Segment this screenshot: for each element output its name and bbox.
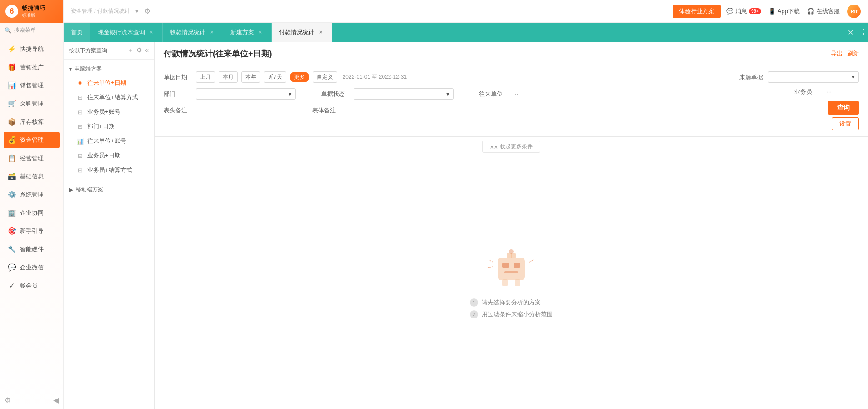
nav-item-quick-nav[interactable]: ⚡ 快捷导航 bbox=[0, 40, 63, 58]
header-note-input[interactable] bbox=[196, 105, 287, 116]
app-download-action[interactable]: 📱 App下载 bbox=[768, 7, 800, 15]
nav-item-operation[interactable]: 📋 经营管理 bbox=[0, 149, 63, 167]
collapse-button[interactable]: ∧∧ 收起更多条件 bbox=[482, 141, 540, 153]
logo-title: 畅捷通巧 bbox=[22, 4, 45, 12]
add-scheme-icon[interactable]: ＋ bbox=[127, 46, 134, 55]
user-avatar[interactable]: Rit bbox=[847, 5, 861, 18]
dept-dropdown-icon: ▾ bbox=[289, 91, 292, 97]
tab-new-scheme[interactable]: 新建方案 × bbox=[223, 23, 272, 42]
filter-date-content: 上月 本月 本年 近7天 更多 自定义 2022-01-01 至 2022-12… bbox=[196, 71, 730, 83]
scheme-settings-icon[interactable]: ⚙ bbox=[136, 46, 142, 55]
query-btns: 查询 设置 bbox=[828, 101, 859, 130]
tab-pay-stats-close-icon[interactable]: × bbox=[317, 29, 324, 36]
collapse-label: 收起更多条件 bbox=[500, 143, 533, 151]
enterprise-icon: 🏢 bbox=[7, 208, 16, 217]
mobile-scheme-title[interactable]: ▶ 移动端方案 bbox=[64, 183, 154, 196]
settings-icon[interactable]: ⚙ bbox=[5, 396, 11, 404]
dropdown-arrow-icon[interactable]: ▾ bbox=[135, 8, 139, 15]
page-title-row: 付款情况统计(往来单位+日期) 导出 刷新 bbox=[164, 48, 859, 59]
svg-rect-3 bbox=[504, 271, 518, 273]
doc-status-dropdown-icon: ▾ bbox=[446, 91, 449, 97]
online-service-action[interactable]: 🎧 在线客服 bbox=[807, 7, 840, 15]
tab-home[interactable]: 首页 bbox=[64, 23, 90, 42]
scheme-item-staff-settle[interactable]: ⊞ 业务员+结算方式 bbox=[64, 163, 154, 177]
maximize-icon[interactable]: ⛶ bbox=[857, 28, 864, 36]
scheme-chart-icon: 📊 bbox=[76, 137, 84, 145]
source-select[interactable]: ▾ bbox=[768, 71, 859, 83]
message-action[interactable]: 💬 消息 99+ bbox=[726, 7, 761, 15]
refresh-button[interactable]: 刷新 bbox=[847, 50, 859, 58]
desktop-scheme-title[interactable]: ▾ 电脑端方案 bbox=[64, 62, 154, 76]
date-btn-7days[interactable]: 近7天 bbox=[264, 71, 286, 83]
scheme-item-staff-date[interactable]: ⊞ 业务员+日期 bbox=[64, 148, 154, 163]
date-btn-this-month[interactable]: 本月 bbox=[219, 71, 238, 83]
tab-bank-flow[interactable]: 现金银行流水查询 × bbox=[90, 23, 163, 42]
nav-item-hardware[interactable]: 🔧 智能硬件 bbox=[0, 240, 63, 258]
query-button[interactable]: 查询 bbox=[828, 101, 859, 115]
collapse-sidebar-icon[interactable]: ◀ bbox=[53, 396, 59, 404]
page-actions: 导出 刷新 bbox=[831, 50, 859, 58]
nav-item-basic-info[interactable]: 🗃️ 基础信息 bbox=[0, 167, 63, 186]
nav-item-inventory[interactable]: 📦 库存核算 bbox=[0, 113, 63, 131]
trial-button[interactable]: 体验行业方案 bbox=[673, 5, 721, 18]
nav-item-purchase[interactable]: 🛒 采购管理 bbox=[0, 95, 63, 113]
step-1-text: 请先选择要分析的方案 bbox=[482, 298, 541, 307]
source-dropdown-icon: ▾ bbox=[852, 74, 855, 81]
date-btn-more[interactable]: 更多 bbox=[290, 72, 309, 82]
page-title: 付款情况统计(往来单位+日期) bbox=[164, 48, 272, 59]
mobile-scheme-section: ▶ 移动端方案 bbox=[64, 180, 154, 199]
staff-more-icon[interactable]: ··· bbox=[827, 86, 859, 97]
svg-rect-2 bbox=[514, 263, 520, 268]
tab-bank-flow-close-icon[interactable]: × bbox=[148, 29, 155, 36]
close-all-tabs-icon[interactable]: ✕ bbox=[848, 28, 853, 37]
settings-button[interactable]: 设置 bbox=[832, 117, 859, 130]
nav-item-marketing[interactable]: 🎁 营销推广 bbox=[0, 58, 63, 76]
scheme-item-unit-date[interactable]: ● 往来单位+日期 bbox=[64, 76, 154, 90]
nav-item-member[interactable]: ✓ 畅会员 bbox=[0, 277, 63, 295]
nav-item-capital[interactable]: 💰 资金管理 bbox=[4, 132, 60, 148]
date-btn-last-month[interactable]: 上月 bbox=[196, 71, 215, 83]
header-note-label: 表头备注 bbox=[164, 106, 189, 115]
tab-bank-flow-label: 现金银行流水查询 bbox=[98, 28, 145, 36]
filter-row-dept: 部门 ▾ 单据状态 ▾ 往来单位 ··· bbox=[164, 88, 730, 100]
nav-item-wechat[interactable]: 💬 企业微信 bbox=[0, 258, 63, 277]
app-download-icon: 📱 bbox=[768, 8, 776, 15]
dept-select[interactable]: ▾ bbox=[196, 88, 296, 100]
date-btn-custom[interactable]: 自定义 bbox=[313, 71, 337, 83]
nav-item-enterprise[interactable]: 🏢 企业协同 bbox=[0, 204, 63, 222]
date-btn-this-year[interactable]: 本年 bbox=[241, 71, 260, 83]
nav-item-sales[interactable]: 📊 销售管理 bbox=[0, 76, 63, 95]
doc-status-label: 单据状态 bbox=[321, 90, 346, 98]
online-service-label: 在线客服 bbox=[816, 7, 840, 15]
tab-payment-stats-close-icon[interactable]: × bbox=[208, 29, 215, 36]
tab-payment-stats[interactable]: 收款情况统计 × bbox=[163, 23, 223, 42]
tab-new-scheme-close-icon[interactable]: × bbox=[257, 29, 264, 36]
nav-label-hardware: 智能硬件 bbox=[20, 245, 44, 253]
marketing-icon: 🎁 bbox=[7, 63, 16, 72]
expand-mobile-icon: ▶ bbox=[69, 187, 73, 193]
body-note-input[interactable] bbox=[344, 105, 435, 116]
nav-item-guide[interactable]: 🎯 新手引导 bbox=[0, 222, 63, 240]
collapse-panel-icon[interactable]: « bbox=[145, 46, 149, 55]
sales-icon: 📊 bbox=[7, 81, 16, 90]
scheme-item-dept-date-label: 部门+日期 bbox=[87, 122, 115, 131]
scheme-item-dept-date[interactable]: ⊞ 部门+日期 bbox=[64, 119, 154, 134]
scheme-table-icon-2: ⊞ bbox=[76, 108, 84, 116]
export-button[interactable]: 导出 bbox=[831, 50, 843, 58]
tab-pay-stats[interactable]: 付款情况统计 × bbox=[272, 23, 332, 42]
mobile-title-label: 移动端方案 bbox=[76, 186, 103, 193]
topbar-actions: 💬 消息 99+ 📱 App下载 🎧 在线客服 Rit bbox=[726, 5, 861, 18]
scheme-item-unit-settle[interactable]: ⊞ 往来单位+结算方式 bbox=[64, 90, 154, 105]
nav-label-system: 系统管理 bbox=[20, 191, 44, 199]
panel-header-icons: ＋ ⚙ « bbox=[127, 46, 149, 55]
purchase-icon: 🛒 bbox=[7, 99, 16, 108]
sidebar-search[interactable]: 🔍 搜索菜单 bbox=[0, 23, 63, 38]
scheme-item-unit-account[interactable]: 📊 往来单位+账号 bbox=[64, 134, 154, 148]
partner-more-icon[interactable]: ··· bbox=[515, 91, 520, 97]
message-badge: 99+ bbox=[749, 8, 761, 14]
doc-status-select[interactable]: ▾ bbox=[354, 88, 454, 100]
scheme-item-staff-account[interactable]: ⊞ 业务员+账号 bbox=[64, 105, 154, 119]
topbar-settings-icon[interactable]: ⚙ bbox=[144, 7, 150, 15]
tabbar-end: ✕ ⛶ bbox=[844, 23, 868, 42]
nav-item-system[interactable]: ⚙️ 系统管理 bbox=[0, 186, 63, 204]
